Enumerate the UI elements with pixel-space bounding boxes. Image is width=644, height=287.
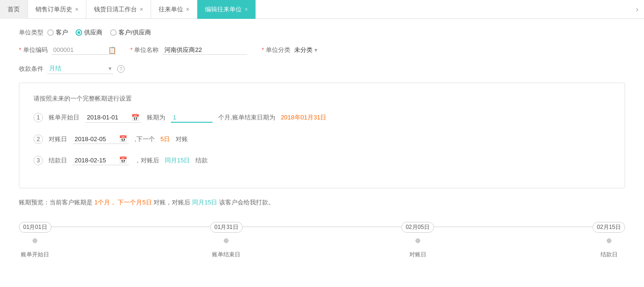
payment-terms-label: 收款条件 — [19, 65, 43, 73]
tab-cash-work-label: 钱货日清工作台 — [94, 5, 137, 14]
timeline-date-2: 02月05日 — [401, 222, 434, 233]
row-suffix-3b: 结款 — [195, 156, 208, 165]
timeline-point-0: 01月01日 账单开始日 — [19, 222, 51, 259]
tab-sales-history-label: 销售订单历史 — [35, 5, 72, 14]
payment-terms-arrow: ▾ — [109, 65, 111, 72]
row-num-1: 1 — [34, 113, 43, 122]
payment-terms-field: 收款条件 月结 ▾ ? — [19, 63, 125, 74]
setting-row-3: 3 结款日 📅 ，对账后 同月15日 结款 — [34, 155, 610, 165]
preview-part3: 同月15日 — [192, 199, 217, 206]
radio-supplier-circle — [76, 29, 82, 36]
preview-prefix: 账期预览：当前客户账期是 — [19, 199, 93, 206]
setting-instruction: 请按照未来的一个完整帐期进行设置 — [34, 94, 610, 103]
unit-category-value: 未分类 — [294, 46, 313, 54]
row-label-1: 账单开始日 — [49, 113, 79, 122]
preview-text: 账期预览：当前客户账期是 1个月， 下一个月5日 对账，对账后 同月15日 该客… — [19, 198, 625, 208]
cal-icon-1[interactable]: 📅 — [131, 114, 139, 121]
row-suffix-2a: ,下一个 — [135, 135, 155, 144]
row-num-2: 2 — [34, 135, 43, 144]
radio-both[interactable]: 客户/供应商 — [110, 28, 151, 37]
unit-name-field: 单位名称 — [130, 45, 248, 55]
date-input-2: 📅 — [73, 134, 129, 144]
preview-part1: 1个月， — [94, 199, 116, 206]
tab-partners-close[interactable]: × — [186, 6, 189, 13]
unit-code-label: 单位编码 — [19, 46, 48, 54]
radio-customer[interactable]: 客户 — [47, 28, 68, 37]
timeline-point-3: 02月15日 结款日 — [593, 222, 625, 259]
row-num-3: 3 — [34, 156, 43, 165]
timeline-point-1: 01月31日 账单结束日 — [210, 222, 243, 259]
tab-home-label: 首页 — [8, 5, 20, 14]
row-highlight-3: 同月15日 — [165, 156, 190, 165]
tab-cash-work-close[interactable]: × — [140, 6, 143, 13]
unit-type-field: 单位类型 客户 供应商 客户/供应商 — [19, 28, 151, 37]
preview-part2: 下一个月5日 — [118, 199, 152, 206]
setting-row-2: 2 对账日 📅 ,下一个 5日 对账 — [34, 134, 610, 144]
timeline-date-3: 02月15日 — [593, 222, 625, 233]
payment-terms-row: 收款条件 月结 ▾ ? — [19, 63, 625, 74]
date-input-3: 📅 — [73, 155, 129, 165]
preview-middle: 对账，对账后 — [153, 199, 190, 206]
copy-icon[interactable]: 📋 — [108, 46, 116, 54]
date-input-1: 📅 — [85, 113, 141, 123]
radio-supplier[interactable]: 供应商 — [76, 28, 102, 37]
timeline-date-1: 01月31日 — [210, 222, 243, 233]
month-unit: 个月,账单结束日期为 — [218, 113, 275, 122]
unit-info-row: 单位编码 📋 单位名称 单位分类 未分类 ▾ — [19, 45, 625, 55]
tab-home[interactable]: 首页 — [0, 0, 28, 19]
radio-supplier-label: 供应商 — [84, 28, 102, 37]
tabs-bar: 首页 销售订单历史 × 钱货日清工作台 × 往来单位 × 编辑往来单位 × › — [0, 0, 644, 19]
radio-customer-label: 客户 — [56, 28, 68, 37]
unit-category-field: 单位分类 未分类 ▾ — [262, 46, 351, 54]
tab-cash-work[interactable]: 钱货日清工作台 × — [86, 0, 151, 19]
timeline-point-2: 02月05日 对账日 — [401, 222, 434, 259]
preview-suffix: 该客户会给我打款。 — [219, 199, 274, 206]
tabs-chevron[interactable]: › — [630, 5, 644, 14]
timeline-dot-2 — [415, 238, 420, 243]
row-suffix-3a: ，对账后 — [135, 156, 159, 165]
timeline-label-1: 账单结束日 — [212, 251, 240, 259]
timeline-dot-0 — [33, 238, 37, 243]
radio-customer-circle — [47, 29, 54, 36]
row-highlight-2: 5日 — [161, 135, 170, 144]
unit-type-label: 单位类型 — [19, 28, 43, 37]
help-icon[interactable]: ? — [117, 65, 125, 73]
main-content: 单位类型 客户 供应商 客户/供应商 单位编码 — [0, 19, 644, 287]
tab-sales-history-close[interactable]: × — [75, 6, 78, 13]
unit-name-input[interactable] — [162, 45, 247, 55]
cal-icon-2[interactable]: 📅 — [119, 135, 127, 143]
timeline-dot-3 — [607, 238, 611, 243]
row-suffix-1: 账期为 — [147, 113, 165, 122]
tab-partners[interactable]: 往来单位 × — [151, 0, 197, 19]
radio-both-circle — [110, 29, 117, 36]
timeline-wrapper: 01月01日 账单开始日 01月31日 账单结束日 02月05日 — [19, 217, 625, 273]
unit-category-label: 单位分类 — [262, 46, 290, 54]
unit-category-select[interactable]: 未分类 ▾ — [294, 46, 351, 54]
unit-name-label: 单位名称 — [130, 46, 159, 54]
unit-code-input[interactable] — [51, 45, 108, 54]
tab-sales-history[interactable]: 销售订单历史 × — [28, 0, 86, 19]
tab-partners-label: 往来单位 — [159, 5, 183, 14]
payment-date-input[interactable] — [75, 157, 117, 164]
row-label-3: 结款日 — [49, 156, 67, 165]
tab-edit-partner[interactable]: 编辑往来单位 × — [197, 0, 256, 19]
reconcile-date-input[interactable] — [75, 135, 117, 143]
unit-type-row: 单位类型 客户 供应商 客户/供应商 — [19, 28, 625, 37]
month-input[interactable] — [173, 114, 211, 121]
row-label-2: 对账日 — [49, 135, 67, 144]
unit-type-radio-group: 客户 供应商 客户/供应商 — [47, 28, 151, 37]
start-date-input[interactable] — [87, 114, 129, 121]
setting-box: 请按照未来的一个完整帐期进行设置 1 账单开始日 📅 账期为 个月,账单结束日期… — [19, 83, 625, 188]
end-date-highlight: 2018年01月31日 — [281, 113, 327, 122]
timeline-label-2: 对账日 — [409, 251, 426, 259]
timeline-label-3: 结款日 — [601, 251, 618, 259]
month-input-wrapper — [171, 112, 212, 123]
timeline-label-0: 账单开始日 — [21, 251, 49, 259]
payment-terms-value: 月结 — [49, 64, 109, 73]
unit-category-arrow: ▾ — [314, 47, 317, 53]
unit-code-field: 单位编码 📋 — [19, 45, 116, 55]
cal-icon-3[interactable]: 📅 — [119, 156, 127, 164]
setting-row-1: 1 账单开始日 📅 账期为 个月,账单结束日期为 2018年01月31日 — [34, 112, 610, 123]
payment-terms-select[interactable]: 月结 ▾ — [47, 63, 113, 74]
tab-edit-partner-close[interactable]: × — [245, 6, 248, 13]
